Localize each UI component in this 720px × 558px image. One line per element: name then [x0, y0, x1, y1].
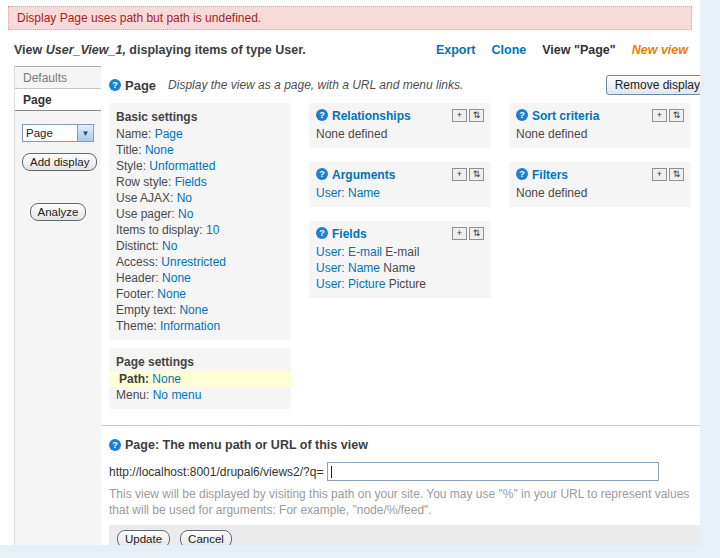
bucket-controls: + ⇅: [652, 168, 684, 181]
display-sidebar: Defaults Page Page ▼ Add display Analyze: [15, 66, 101, 545]
setting-value-link[interactable]: Unformatted: [149, 159, 215, 173]
setting-value-link[interactable]: None: [162, 271, 191, 285]
clone-link[interactable]: Clone: [492, 43, 527, 57]
relationships-box: ? Relationships + ⇅ None defined: [309, 103, 491, 148]
help-icon[interactable]: ?: [316, 168, 328, 180]
relationships-title-link[interactable]: Relationships: [332, 109, 411, 124]
display-description: Display the view as a page, with a URL a…: [168, 78, 463, 92]
help-icon[interactable]: ?: [516, 109, 528, 121]
url-row: http://localhost:8001/drupal6/views2/?q=: [109, 462, 700, 481]
add-icon[interactable]: +: [652, 168, 667, 181]
path-form-title: Page: The menu path or URL of this view: [125, 438, 368, 452]
fields-box: ? Fields + ⇅ User: E-mail E-mail User: N…: [309, 221, 491, 298]
arguments-header: ? Arguments + ⇅: [316, 168, 484, 183]
remove-display-button[interactable]: Remove display: [606, 75, 700, 95]
view-title-suffix: displaying items of type User.: [126, 43, 306, 57]
help-icon[interactable]: ?: [516, 168, 528, 180]
tab-page[interactable]: Page: [15, 89, 101, 111]
filters-box: ? Filters + ⇅ None defined: [509, 162, 691, 207]
sort-criteria-box: ? Sort criteria + ⇅ None defined: [509, 103, 691, 148]
field-link[interactable]: User: Picture: [316, 277, 385, 291]
setting-value-link[interactable]: None: [179, 303, 208, 317]
bucket-item-empty: None defined: [516, 185, 684, 201]
argument-link[interactable]: User: Name: [316, 186, 380, 200]
export-link[interactable]: Export: [436, 43, 476, 57]
new-view-link[interactable]: New view: [632, 43, 688, 57]
field-link[interactable]: User: Name: [316, 261, 380, 275]
page-settings-box: Page settings Path: None Menu: No menu: [109, 348, 291, 409]
setting-row: Style: Unformatted: [116, 158, 284, 174]
rearrange-icon[interactable]: ⇅: [469, 168, 484, 181]
update-button[interactable]: Update: [117, 530, 170, 545]
setting-value-link[interactable]: Page: [155, 127, 183, 141]
setting-value-link[interactable]: Fields: [175, 175, 207, 189]
view-title-prefix: View: [14, 43, 46, 57]
path-form-title-row: ? Page: The menu path or URL of this vie…: [109, 438, 700, 452]
filters-title-link[interactable]: Filters: [532, 168, 568, 183]
setting-value-link[interactable]: 10: [206, 223, 219, 237]
rearrange-icon[interactable]: ⇅: [669, 109, 684, 122]
rearrange-icon[interactable]: ⇅: [669, 168, 684, 181]
sort-criteria-title-link[interactable]: Sort criteria: [532, 109, 599, 124]
setting-label: Row style:: [116, 175, 171, 189]
arguments-box: ? Arguments + ⇅ User: Name: [309, 162, 491, 207]
setting-row: Header: None: [116, 270, 284, 286]
display-type-select[interactable]: Page ▼: [22, 124, 94, 142]
path-input[interactable]: [327, 462, 659, 481]
fields-title-link[interactable]: Fields: [332, 227, 367, 242]
add-display-button[interactable]: Add display: [22, 153, 97, 171]
bucket-controls: + ⇅: [452, 168, 484, 181]
form-buttons-strip: Update Cancel: [109, 525, 700, 545]
setting-row: Row style: Fields: [116, 174, 284, 190]
help-icon[interactable]: ?: [316, 227, 328, 239]
setting-row: Empty text: None: [116, 302, 284, 318]
sort-criteria-header: ? Sort criteria + ⇅: [516, 109, 684, 124]
setting-row: Footer: None: [116, 286, 284, 302]
bucket-item-empty: None defined: [516, 126, 684, 142]
setting-row: Title: None: [116, 142, 284, 158]
setting-row: Menu: No menu: [116, 387, 284, 403]
field-link[interactable]: User: E-mail: [316, 245, 382, 259]
display-title: Page: [125, 78, 156, 93]
help-icon[interactable]: ?: [109, 439, 121, 451]
add-icon[interactable]: +: [452, 109, 467, 122]
page-background: { "icons": { "help": "?", "add": "+", "r…: [0, 0, 720, 558]
setting-value-link[interactable]: No menu: [153, 388, 202, 402]
setting-value-link[interactable]: No: [162, 239, 177, 253]
error-message: Display Page uses path but path is undef…: [8, 6, 692, 30]
setting-value-link[interactable]: Unrestricted: [161, 255, 226, 269]
column-right: ? Sort criteria + ⇅ None defined ?: [509, 103, 691, 215]
field-label: Name: [380, 261, 415, 275]
setting-value-link[interactable]: None: [145, 143, 174, 157]
setting-label: Access:: [116, 255, 158, 269]
path-form-description: This view will be displayed by visiting …: [109, 486, 700, 518]
setting-label: Distinct:: [116, 239, 159, 253]
dropdown-arrow-icon[interactable]: ▼: [77, 125, 93, 141]
setting-value-link[interactable]: None: [152, 372, 181, 386]
setting-value-link[interactable]: Information: [160, 319, 220, 333]
help-icon[interactable]: ?: [316, 109, 328, 121]
setting-value-link[interactable]: None: [157, 287, 186, 301]
setting-row: Theme: Information: [116, 318, 284, 334]
tab-defaults[interactable]: Defaults: [15, 67, 101, 89]
setting-label: Footer:: [116, 287, 154, 301]
setting-label: Use AJAX:: [116, 191, 173, 205]
add-icon[interactable]: +: [452, 227, 467, 240]
arguments-title-link[interactable]: Arguments: [332, 168, 395, 183]
analyze-button[interactable]: Analyze: [30, 203, 87, 221]
help-icon[interactable]: ?: [109, 79, 121, 91]
add-icon[interactable]: +: [452, 168, 467, 181]
rearrange-icon[interactable]: ⇅: [469, 227, 484, 240]
setting-row: Use pager: No: [116, 206, 284, 222]
add-icon[interactable]: +: [652, 109, 667, 122]
setting-value-link[interactable]: No: [177, 191, 192, 205]
fields-header: ? Fields + ⇅: [316, 227, 484, 242]
cancel-button[interactable]: Cancel: [180, 530, 232, 545]
field-label: E-mail: [382, 245, 419, 259]
views-edit-panel: Defaults Page Page ▼ Add display Analyze…: [14, 66, 698, 545]
rearrange-icon[interactable]: ⇅: [469, 109, 484, 122]
sidebar-controls: Page ▼ Add display Analyze: [15, 111, 101, 231]
setting-value-link[interactable]: No: [178, 207, 193, 221]
bucket-item: User: Name: [316, 185, 484, 201]
view-page-link[interactable]: View "Page": [542, 43, 615, 57]
